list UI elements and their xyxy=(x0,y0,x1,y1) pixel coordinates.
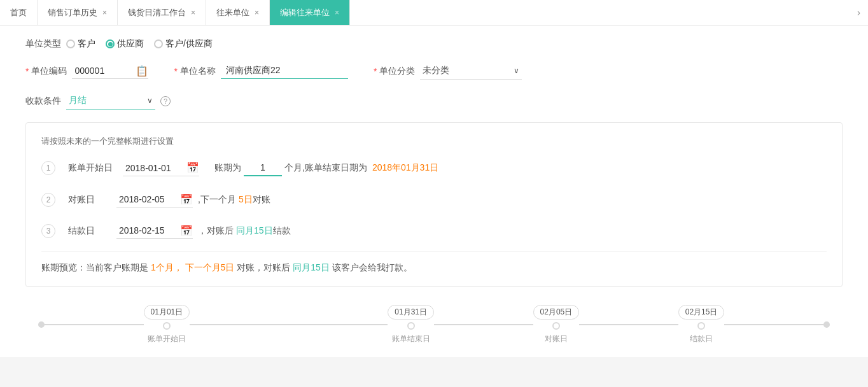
unit-code-input-wrap: 📋 xyxy=(72,63,148,79)
preview-p4: 同月15日 xyxy=(293,262,330,272)
tab-sales-order-history[interactable]: 销售订单历史 × xyxy=(38,0,118,25)
period-end-date: 2018年01月31日 xyxy=(372,162,438,174)
period-label: 账期为 xyxy=(214,162,241,174)
tab-close-icon[interactable]: × xyxy=(255,8,259,17)
timeline-badge-3: 02月15日 xyxy=(678,305,725,320)
timeline-node-0: 01月01日 账单开始日 xyxy=(144,305,190,344)
timeline-badge-2: 02月05日 xyxy=(533,305,580,320)
tabs-bar: 首页 销售订单历史 × 钱货日清工作台 × 往来单位 × 编辑往来单位 × › xyxy=(0,0,868,25)
required-mark: * xyxy=(374,66,377,76)
radio-supplier[interactable]: 供应商 xyxy=(106,38,144,50)
period-unit: 个月,账单结束日期为 xyxy=(284,162,367,174)
preview-p2: 下一个月5日 xyxy=(185,262,235,272)
payment-terms-value: 月结 xyxy=(69,95,144,106)
step-date-3: 📅 xyxy=(116,223,193,239)
step-date-1: 📅 xyxy=(123,160,199,176)
timeline-start-dot xyxy=(38,321,45,328)
step-date-2: 📅 xyxy=(116,192,193,208)
radio-customer[interactable]: 客户 xyxy=(66,38,95,50)
unit-code-input[interactable] xyxy=(72,63,136,78)
timeline-seg-0 xyxy=(45,324,144,325)
payment-terms-row: 收款条件 月结 ∨ ? xyxy=(25,92,843,109)
unit-code-copy-icon[interactable]: 📋 xyxy=(136,65,148,77)
unit-name-label: 单位名称 xyxy=(180,66,216,77)
preview-label: 账期预览：当前客户账期是 xyxy=(41,262,148,272)
timeline-badge-0: 01月01日 xyxy=(144,305,190,320)
timeline-dot-3 xyxy=(697,322,705,330)
preview-row: 账期预览：当前客户账期是 1个月， 下一个月5日 对账，对账后 同月15日 该客… xyxy=(41,251,827,274)
preview-p5: 该客户会给我打款。 xyxy=(332,262,412,272)
step-num-3: 3 xyxy=(41,224,55,238)
main-content: 单位类型 客户 供应商 客户/供应商 * 单位编码 📋 xyxy=(0,25,868,357)
tab-edit-partner[interactable]: 编辑往来单位 × xyxy=(270,0,350,25)
step-num-1: 1 xyxy=(41,161,55,175)
calendar-icon-3[interactable]: 📅 xyxy=(180,225,193,237)
timeline-end-dot xyxy=(823,321,830,328)
tab-close-icon[interactable]: × xyxy=(191,8,195,17)
timeline-dot-2 xyxy=(552,322,560,330)
timeline-dot-0 xyxy=(163,322,171,330)
calendar-icon-1[interactable]: 📅 xyxy=(186,162,199,174)
timeline-label-3: 结款日 xyxy=(690,334,713,344)
step-label-3: 结款日 xyxy=(68,225,106,237)
tab-close-icon[interactable]: × xyxy=(102,8,107,17)
tab-cash-work-bench[interactable]: 钱货日清工作台 × xyxy=(118,0,206,25)
step-row-1: 1 账单开始日 📅 账期为 个月,账单结束日期为 2018年01月31日 xyxy=(41,160,827,176)
radio-customer-label: 客户 xyxy=(78,38,95,50)
timeline-node-1: 01月31日 账单结束日 xyxy=(388,305,434,344)
unit-category-dropdown[interactable]: 未分类 ∨ xyxy=(420,62,522,80)
timeline-seg-1 xyxy=(190,324,388,325)
required-mark: * xyxy=(25,66,29,76)
step2-suffix-post: 对账 xyxy=(253,194,270,206)
radio-both[interactable]: 客户/供应商 xyxy=(154,38,213,50)
step-date-input-2[interactable] xyxy=(116,192,180,207)
radio-circle-customer xyxy=(66,39,75,48)
unit-category-label: 单位分类 xyxy=(379,66,415,77)
step-date-input-1[interactable] xyxy=(123,160,186,176)
step-date-input-3[interactable] xyxy=(116,223,180,238)
unit-category-group: * 单位分类 未分类 ∨ xyxy=(374,62,522,80)
step3-suffix-post: 结款 xyxy=(273,225,291,237)
radio-both-label: 客户/供应商 xyxy=(165,38,213,50)
unit-type-radio-group: 客户 供应商 客户/供应商 xyxy=(66,38,213,50)
step-num-2: 2 xyxy=(41,193,55,207)
radio-circle-both xyxy=(154,39,163,48)
unit-code-group: * 单位编码 📋 xyxy=(25,63,148,79)
help-icon[interactable]: ? xyxy=(160,96,171,106)
tab-home[interactable]: 首页 xyxy=(0,0,38,25)
unit-name-input[interactable] xyxy=(221,63,348,79)
unit-code-label: 单位编码 xyxy=(31,66,67,77)
tab-partner-units[interactable]: 往来单位 × xyxy=(206,0,270,25)
radio-circle-supplier xyxy=(106,39,115,48)
timeline-dot-1 xyxy=(407,322,415,330)
preview-p3: 对账，对账后 xyxy=(237,262,290,272)
unit-type-row: 单位类型 客户 供应商 客户/供应商 xyxy=(25,38,843,50)
calendar-icon-2[interactable]: 📅 xyxy=(180,194,193,206)
chevron-down-icon: ∨ xyxy=(147,96,153,105)
timeline-seg-3 xyxy=(579,324,678,325)
step3-highlight: 同月15日 xyxy=(236,225,273,237)
unit-category-value: 未分类 xyxy=(423,65,511,76)
unit-info-row: * 单位编码 📋 * 单位名称 * 单位分类 未分类 ∨ xyxy=(25,62,843,80)
period-value-input[interactable] xyxy=(244,160,282,176)
step-label-1: 账单开始日 xyxy=(68,162,113,174)
step2-suffix-pre: ,下一个月 xyxy=(198,194,236,206)
payment-terms-label: 收款条件 xyxy=(25,95,61,107)
tab-close-icon[interactable]: × xyxy=(335,8,339,17)
timeline-node-3: 02月15日 结款日 xyxy=(678,305,725,344)
timeline-seg-4 xyxy=(724,324,823,325)
timeline-node-2: 02月05日 对账日 xyxy=(533,305,580,344)
required-mark: * xyxy=(174,66,177,76)
chevron-down-icon: ∨ xyxy=(514,66,519,75)
period-settings-card: 请按照未来的一个完整帐期进行设置 1 账单开始日 📅 账期为 个月,账单结束日期… xyxy=(25,122,843,287)
timeline-badge-1: 01月31日 xyxy=(388,305,434,320)
step3-suffix-pre: ，对账后 xyxy=(198,225,234,237)
timeline-label-0: 账单开始日 xyxy=(148,334,186,344)
unit-name-group: * 单位名称 xyxy=(174,63,347,79)
payment-terms-dropdown[interactable]: 月结 ∨ xyxy=(66,92,155,109)
timeline-label-1: 账单结束日 xyxy=(392,334,430,344)
unit-type-label: 单位类型 xyxy=(25,38,61,50)
timeline-label-2: 对账日 xyxy=(545,334,568,344)
tabs-right-arrow[interactable]: › xyxy=(850,7,868,18)
timeline-seg-2 xyxy=(434,324,533,325)
